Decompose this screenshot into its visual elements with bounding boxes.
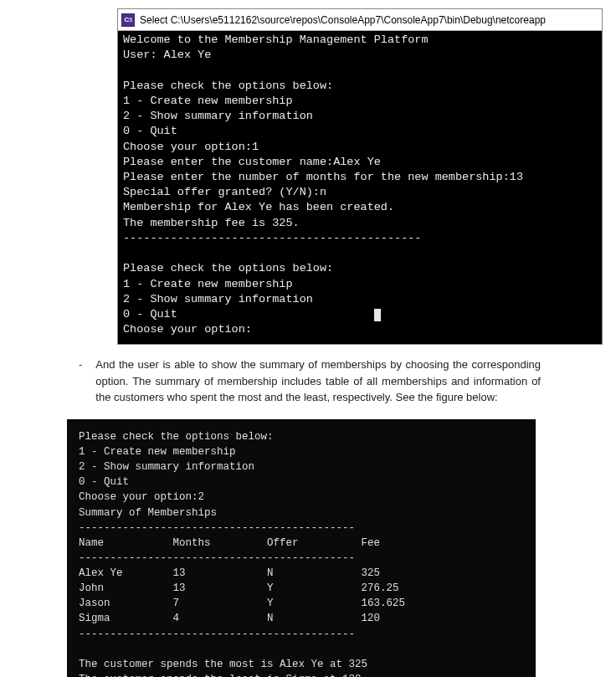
text-cursor bbox=[374, 309, 381, 321]
paragraph-text: And the user is able to show the summary… bbox=[95, 356, 541, 406]
console-window-2: Please check the options below: 1 - Crea… bbox=[67, 419, 536, 677]
console-output-1: Welcome to the Membership Management Pla… bbox=[118, 31, 602, 344]
cmd-icon: C:\ bbox=[121, 13, 135, 27]
title-bar: C:\ Select C:\Users\e5112162\source\repo… bbox=[118, 9, 602, 31]
window-title: Select C:\Users\e5112162\source\repos\Co… bbox=[140, 14, 546, 26]
explanatory-paragraph-1: - And the user is able to show the summa… bbox=[75, 356, 541, 406]
bullet-dash: - bbox=[75, 356, 82, 371]
console-window-1: C:\ Select C:\Users\e5112162\source\repo… bbox=[117, 8, 603, 345]
